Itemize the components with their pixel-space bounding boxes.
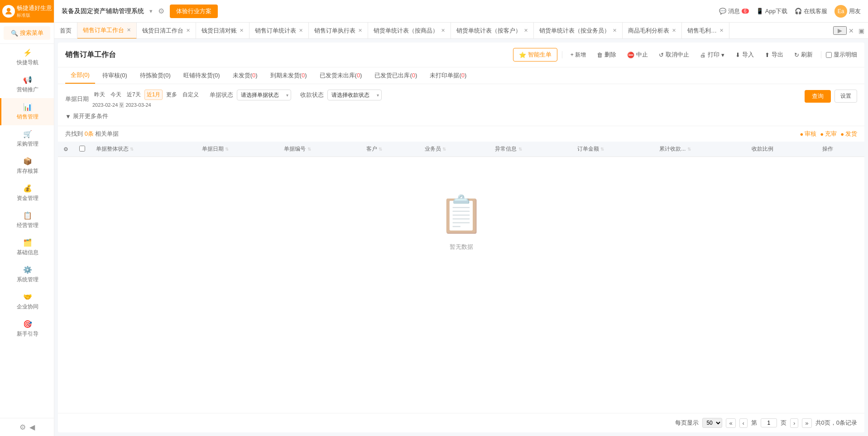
print-button[interactable]: 🖨 打印 ▾: [696, 48, 728, 61]
sidebar-gear-button[interactable]: ⚙: [19, 423, 26, 431]
tab-close-4[interactable]: ✕: [299, 28, 303, 33]
revoke-button[interactable]: ● 充审: [820, 130, 837, 138]
tab-close-5[interactable]: ✕: [358, 28, 362, 33]
date-option-1[interactable]: 今天: [109, 90, 123, 100]
tab-1[interactable]: 销售订单工作台✕: [77, 23, 137, 39]
experience-button[interactable]: 体验行业方案: [170, 5, 218, 18]
tab-0[interactable]: 首页: [54, 23, 77, 39]
col-collected: 累计收款... ⇅: [654, 142, 746, 157]
expand-filter-button[interactable]: ▼ 展开更多条件: [65, 112, 108, 120]
tab-close-3[interactable]: ✕: [240, 28, 244, 33]
sub-tab-0[interactable]: 全部(0): [65, 67, 95, 84]
tab-close-7[interactable]: ✕: [524, 28, 528, 33]
sub-tab-8[interactable]: 未打印单据(0): [424, 68, 472, 83]
tab-2[interactable]: 钱货日清工作台✕: [137, 23, 196, 39]
sort-status-icon[interactable]: ⇅: [130, 147, 134, 152]
date-option-5[interactable]: 自定义: [181, 90, 201, 100]
message-button[interactable]: 💬 消息 6: [719, 7, 749, 15]
select-all-checkbox[interactable]: [79, 146, 85, 152]
stop-button[interactable]: ⛔ 中止: [623, 48, 652, 61]
audit-button[interactable]: ● 审核: [800, 130, 816, 138]
tab-6[interactable]: 销货单统计表（按商品）✕: [368, 23, 451, 39]
sidebar-item-2[interactable]: 📊 销售管理: [0, 98, 54, 125]
ship-button[interactable]: ● 发货: [840, 130, 857, 138]
tab-close-10[interactable]: ✕: [719, 28, 724, 33]
tab-7[interactable]: 销货单统计表（按客户）✕: [451, 23, 534, 39]
sort-collected-icon[interactable]: ⇅: [687, 147, 691, 152]
date-option-4[interactable]: 更多: [164, 90, 179, 100]
sidebar-item-1[interactable]: 📢 营销推广: [0, 71, 54, 98]
tab-3[interactable]: 钱货日清对账✕: [196, 23, 249, 39]
tab-close-2[interactable]: ✕: [186, 28, 190, 33]
new-button[interactable]: + 新增: [567, 49, 590, 61]
sidebar-item-0[interactable]: ⚡ 快捷导航: [0, 44, 54, 71]
filter-setting-button[interactable]: 设置: [834, 90, 857, 103]
app-download-button[interactable]: 📱 App下载: [756, 7, 787, 15]
sub-tab-6[interactable]: 已发货未出库(0): [314, 68, 368, 83]
sidebar-item-3[interactable]: 🛒 采购管理: [0, 125, 54, 152]
tabs-more-button[interactable]: ▶: [833, 26, 847, 35]
sort-customer-icon[interactable]: ⇅: [379, 147, 382, 152]
first-page-button[interactable]: «: [726, 418, 735, 428]
date-option-3[interactable]: 近1月: [144, 90, 163, 100]
tab-4[interactable]: 销售订单统计表✕: [249, 23, 309, 39]
sort-anomaly-icon[interactable]: ⇅: [518, 147, 522, 152]
per-page-select[interactable]: 50: [702, 418, 722, 428]
sidebar-item-6[interactable]: 📋 经营管理: [0, 207, 54, 234]
sort-number-icon[interactable]: ⇅: [307, 147, 311, 152]
sub-tab-1[interactable]: 待审核(0): [97, 68, 133, 83]
col-action: 操作: [817, 142, 864, 157]
online-service-button[interactable]: 🎧 在线客服: [795, 7, 827, 15]
sub-tab-7[interactable]: 已发货已出库(0): [369, 68, 422, 83]
show-detail-checkbox[interactable]: [826, 52, 832, 58]
sub-tab-4[interactable]: 未发货(0): [227, 68, 263, 83]
sidebar-item-4[interactable]: 📦 库存核算: [0, 152, 54, 180]
tab-8[interactable]: 销货单统计表（按业务员）✕: [534, 23, 623, 39]
tab-close-6[interactable]: ✕: [441, 28, 445, 33]
last-page-button[interactable]: »: [802, 418, 811, 428]
cancel-stop-button[interactable]: ↺ 取消中止: [655, 48, 693, 61]
nav-label-9: 企业协同: [17, 303, 38, 311]
sidebar-item-7[interactable]: 🗂️ 基础信息: [0, 234, 54, 261]
tab-9[interactable]: 商品毛利分析表✕: [623, 23, 682, 39]
date-option-2[interactable]: 近7天: [125, 90, 143, 100]
sidebar-collapse-button[interactable]: ◀: [29, 423, 35, 431]
tab-close-9[interactable]: ✕: [672, 28, 676, 33]
user-menu-button[interactable]: Ea 用友: [834, 5, 861, 18]
date-option-0[interactable]: 昨天: [92, 90, 107, 100]
tab-10[interactable]: 销售毛利…✕: [682, 23, 729, 39]
tab-close-all-button[interactable]: ▣: [857, 25, 866, 36]
topbar-gear-icon[interactable]: ⚙: [158, 7, 164, 15]
sort-date-icon[interactable]: ⇅: [225, 147, 229, 152]
tab-close-current-button[interactable]: ✕: [847, 25, 856, 36]
sidebar-item-5[interactable]: 💰 资金管理: [0, 180, 54, 207]
tab-5[interactable]: 销售订单执行表✕: [309, 23, 368, 39]
import-button[interactable]: ⬇ 导入: [732, 48, 758, 61]
delete-button[interactable]: 🗑 删除: [593, 48, 620, 61]
date-filter-label: 单据日期: [65, 95, 89, 103]
tab-close-8[interactable]: ✕: [613, 28, 617, 33]
show-detail-checkbox-label[interactable]: 显示明细: [826, 51, 857, 59]
sub-tab-2[interactable]: 待拣验货(0): [134, 68, 176, 83]
sidebar-item-9[interactable]: 🤝 企业协同: [0, 288, 54, 315]
sidebar-item-10[interactable]: 🎯 新手引导: [0, 315, 54, 342]
sort-amount-icon[interactable]: ⇅: [600, 147, 604, 152]
smart-order-button[interactable]: ⭐ 智能生单: [513, 48, 557, 62]
search-menu-button[interactable]: 🔍 搜索菜单: [4, 26, 50, 40]
pagination: 每页显示 50 « ‹ 第 页 › » 共0页，0条记录: [58, 413, 864, 432]
sub-tab-5[interactable]: 到期未发货(0): [265, 68, 312, 83]
refresh-button[interactable]: ↻ 刷新: [791, 48, 816, 61]
prev-page-button[interactable]: ‹: [739, 418, 748, 428]
status-select[interactable]: 请选择单据状态: [237, 90, 291, 100]
payment-select[interactable]: 请选择收款状态: [327, 90, 382, 100]
next-page-button[interactable]: ›: [790, 418, 798, 428]
tabs-bar: 首页销售订单工作台✕钱货日清工作台✕钱货日清对账✕销售订单统计表✕销售订单执行表…: [54, 23, 868, 39]
query-button[interactable]: 查询: [805, 90, 831, 103]
sort-salesperson-icon[interactable]: ⇅: [442, 147, 446, 152]
page-input[interactable]: [761, 418, 777, 427]
sidebar-item-8[interactable]: ⚙️ 系统管理: [0, 261, 54, 288]
sub-tab-3[interactable]: 旺铺待发货(0): [178, 68, 225, 83]
tab-close-1[interactable]: ✕: [127, 28, 131, 33]
table-wrapper[interactable]: ⚙ 单据整体状态 ⇅ 单据日期 ⇅ 单据编号 ⇅ 客户 ⇅ 业务员 ⇅ 异常信息…: [58, 142, 864, 413]
export-button[interactable]: ⬆ 导出: [761, 48, 787, 61]
